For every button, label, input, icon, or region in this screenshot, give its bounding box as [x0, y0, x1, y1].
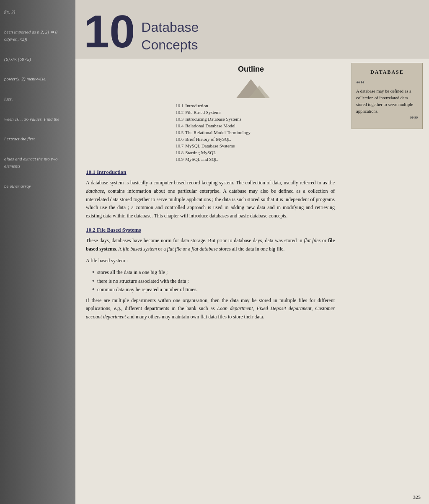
left-note-1: f(x, 2)	[4, 8, 71, 16]
left-note-8: alues and extract the nto two elements	[4, 155, 71, 170]
section-10-1-body: A database system is basically a compute…	[86, 179, 335, 220]
close-quote: ””	[356, 115, 418, 124]
left-note-5: lues.	[4, 96, 71, 103]
outline-item-4: 10.4Relational Database Model	[176, 122, 326, 129]
left-note-2: been imported as n 2, 2) ⇒ 8 ct(even, x2…	[4, 28, 71, 43]
bullet-2: there is no structure associated with th…	[92, 277, 335, 285]
left-note-3: (6) x^x (60×5)	[4, 56, 71, 63]
chapter-header: 10 Database Concepts	[75, 0, 429, 59]
section-10-1-header: 10.1 Introduction	[86, 169, 335, 176]
chapter-title-line1: Database	[141, 19, 199, 36]
right-page: 10 Database Concepts Outline	[75, 0, 429, 504]
left-note-7: l extract the first	[4, 135, 71, 143]
bullet-1: stores all the data in a one big file ;	[92, 268, 335, 277]
section-10-2-para2: A file based system :	[86, 257, 335, 265]
outline-list: 10.1Introduction 10.2File Based Systems …	[176, 102, 326, 163]
section-10-2-para1: These days, databases have become norm f…	[86, 237, 335, 253]
outline-item-2: 10.2File Based Systems	[176, 109, 326, 116]
open-quote: ““	[356, 80, 418, 88]
mountain-icon	[232, 77, 270, 100]
outline-container: Outline 10.1Introduction 10.2File Based …	[94, 65, 326, 163]
outline-right: Outline 10.1Introduction 10.2File Based …	[176, 65, 326, 163]
page-number: 325	[75, 492, 429, 504]
left-note-4: power(x, 2) ment-wise.	[4, 75, 71, 83]
outline-item-5: 10.5The Relational Model Terminology	[176, 129, 326, 136]
main-content: Outline 10.1Introduction 10.2File Based …	[75, 59, 345, 492]
left-page: f(x, 2) been imported as n 2, 2) ⇒ 8 ct(…	[0, 0, 75, 504]
outline-item-7: 10.7MySQL Database Systems	[176, 142, 326, 149]
outline-heading: Outline	[176, 65, 326, 74]
book-spread: f(x, 2) been imported as n 2, 2) ⇒ 8 ct(…	[0, 0, 429, 504]
left-note-6: ween 10 .. 36 values. Find the	[4, 116, 71, 123]
section-10-2-header: 10.2 File Based Systems	[86, 227, 335, 233]
page-body: Outline 10.1Introduction 10.2File Based …	[75, 59, 429, 492]
outline-item-9: 10.9MySQL and SQL	[176, 156, 326, 163]
chapter-title-line2: Concepts	[141, 36, 199, 54]
outline-area: Outline 10.1Introduction 10.2File Based …	[86, 65, 335, 163]
chapter-title: Database Concepts	[141, 8, 199, 54]
outline-item-3: 10.3Introducing Database Systems	[176, 116, 326, 122]
right-sidebar: DATABASE ““ A database may be defined as…	[345, 59, 429, 492]
sidebar-box-text: A database may be defined as a collectio…	[356, 88, 418, 115]
outline-item-1: 10.1Introduction	[176, 102, 326, 109]
outline-item-6: 10.6Brief History of MySQL	[176, 136, 326, 142]
section-10-2-para3: If there are multiple departments within…	[86, 297, 335, 321]
file-based-bullets: stores all the data in a one big file ; …	[92, 268, 335, 294]
bullet-3: common data may be repeated a number of …	[92, 285, 335, 294]
database-definition-box: DATABASE ““ A database may be defined as…	[351, 63, 423, 129]
chapter-number: 10	[84, 8, 135, 54]
left-note-9: be other array	[4, 183, 71, 190]
sidebar-box-title: DATABASE	[356, 68, 418, 76]
outline-item-8: 10.8Starting MySQL	[176, 149, 326, 156]
